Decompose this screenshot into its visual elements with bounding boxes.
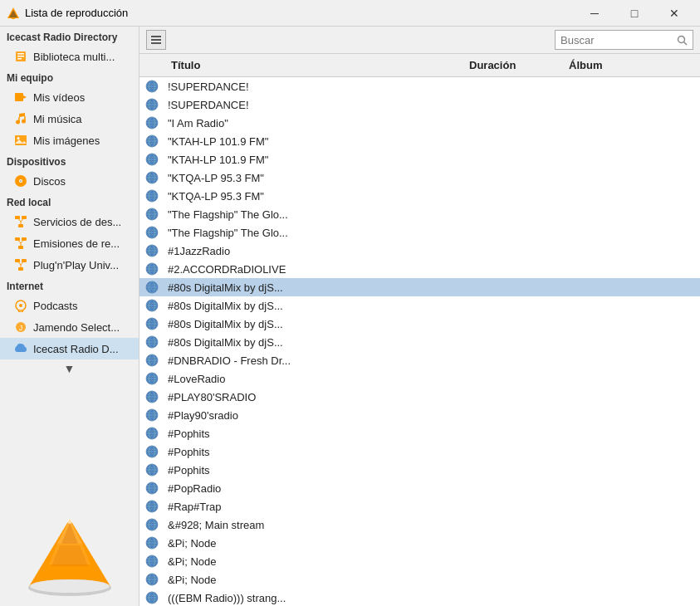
- row-icon-cell: [140, 408, 164, 422]
- globe-icon: [145, 189, 159, 203]
- sidebar-item-icecast[interactable]: Icecast Radio D...: [0, 338, 139, 359]
- table-row[interactable]: #80s DigitalMix by djS...: [140, 278, 700, 296]
- table-row[interactable]: &Pi; Node: [140, 552, 700, 570]
- svg-point-14: [17, 137, 20, 139]
- svg-point-38: [19, 304, 22, 307]
- vlc-logo-area: [0, 506, 139, 606]
- globe-icon: [145, 427, 159, 440]
- row-icon-cell: [140, 171, 164, 184]
- table-row[interactable]: #1JazzRadio: [140, 242, 700, 260]
- sidebar: Icecast Radio Directory Biblioteca multi…: [0, 27, 140, 606]
- table-row[interactable]: "KTAH-LP 101.9 FM": [140, 132, 700, 150]
- globe-icon: [145, 445, 159, 458]
- table-row[interactable]: #80s DigitalMix by djS...: [140, 315, 700, 333]
- minimize-button[interactable]: ─: [575, 0, 614, 27]
- sidebar-item-podcasts[interactable]: Podcasts: [0, 295, 139, 316]
- row-title: #80s DigitalMix by djS...: [164, 318, 476, 330]
- table-row[interactable]: #2.ACCORDRaDIOLIVE: [140, 260, 700, 278]
- globe-icon: [145, 80, 159, 93]
- row-title: &#928; Main stream: [164, 519, 476, 531]
- table-row[interactable]: #LoveRadio: [140, 369, 700, 388]
- sidebar-item-jamendo[interactable]: J Jamendo Select...: [0, 316, 139, 338]
- sidebar-content: Icecast Radio Directory Biblioteca multi…: [0, 27, 139, 506]
- sidebar-label-discos: Discos: [33, 175, 66, 188]
- table-row[interactable]: &Pi; Node: [140, 534, 700, 552]
- globe-icon: [145, 481, 159, 495]
- globe-icon: [145, 354, 159, 367]
- table-row[interactable]: !SUPERDANCE!: [140, 95, 700, 114]
- table-row[interactable]: #80s DigitalMix by djS...: [140, 333, 700, 351]
- sidebar-item-mimusica[interactable]: Mi música: [0, 108, 139, 130]
- svg-rect-21: [18, 224, 23, 227]
- table-row[interactable]: #Pophits: [140, 442, 700, 461]
- table-row[interactable]: "KTAH-LP 101.9 FM": [140, 150, 700, 169]
- table-row[interactable]: #Pophits: [140, 461, 700, 479]
- table-row[interactable]: #Play90'sradio: [140, 406, 700, 424]
- table-body: !SUPERDANCE! !SUPERDANCE! "I Am Radio" "…: [140, 77, 700, 606]
- network-icon-2: [13, 236, 28, 251]
- table-row[interactable]: "KTQA-LP 95.3 FM": [140, 169, 700, 187]
- table-row[interactable]: (((EBM Radio))) strang...: [140, 589, 700, 606]
- table-row[interactable]: &Pi; Node: [140, 570, 700, 589]
- globe-icon: [145, 244, 159, 257]
- sidebar-item-biblioteca[interactable]: Biblioteca multi...: [0, 46, 139, 67]
- maximize-button[interactable]: □: [615, 0, 653, 27]
- sidebar-item-discos[interactable]: Discos: [0, 170, 139, 192]
- table-row[interactable]: "KTQA-LP 95.3 FM": [140, 187, 700, 205]
- row-icon-cell: [140, 116, 164, 130]
- svg-point-47: [30, 579, 110, 593]
- globe-icon: [145, 408, 159, 422]
- table-row[interactable]: !SUPERDANCE!: [140, 77, 700, 95]
- globe-icon: [145, 591, 159, 604]
- sidebar-item-emisiones[interactable]: Emisiones de re...: [0, 232, 139, 254]
- globe-icon: [145, 262, 159, 276]
- row-title: #Pophits: [164, 446, 476, 458]
- podcast-icon: [13, 298, 28, 313]
- svg-point-48: [67, 519, 72, 524]
- sidebar-item-servicios[interactable]: Servicios de des...: [0, 211, 139, 232]
- content-topbar: [140, 27, 700, 54]
- svg-rect-33: [18, 267, 23, 271]
- row-title: "KTAH-LP 101.9 FM": [164, 154, 476, 166]
- table-row[interactable]: "The Flagship" The Glo...: [140, 223, 700, 242]
- row-title: #Play90'sradio: [164, 409, 476, 422]
- row-title: #LoveRadio: [164, 373, 476, 385]
- network-icon-3: [13, 257, 28, 272]
- scroll-down-button[interactable]: ▼: [64, 361, 76, 376]
- sidebar-label-jamendo: Jamendo Select...: [33, 321, 120, 334]
- col-header-titulo: Título: [164, 57, 463, 73]
- table-row[interactable]: #Pophits: [140, 424, 700, 442]
- col-header-scroll: [687, 57, 700, 73]
- table-row[interactable]: &#928; Main stream: [140, 516, 700, 534]
- table-row[interactable]: #Rap#Trap: [140, 497, 700, 516]
- icecast-icon: [13, 341, 28, 356]
- row-title: #PopRadio: [164, 482, 476, 495]
- globe-icon: [145, 299, 159, 312]
- svg-rect-51: [151, 42, 161, 44]
- row-icon-cell: [140, 153, 164, 166]
- network-icon-1: [13, 214, 28, 229]
- sidebar-item-misvideos[interactable]: Mis vídeos: [0, 86, 139, 108]
- table-row[interactable]: "The Flagship" The Glo...: [140, 205, 700, 223]
- row-icon-cell: [140, 390, 164, 403]
- svg-rect-2: [12, 17, 15, 19]
- row-title: !SUPERDANCE!: [164, 81, 476, 93]
- sidebar-item-plugnplay[interactable]: Plug'n'Play Univ...: [0, 254, 139, 276]
- row-icon-cell: [140, 189, 164, 203]
- table-row[interactable]: "I Am Radio": [140, 114, 700, 132]
- globe-icon: [145, 98, 159, 111]
- sidebar-item-misimag[interactable]: Mis imágenes: [0, 130, 139, 151]
- table-row[interactable]: #PLAY80'SRADIO: [140, 388, 700, 406]
- sidebar-label-servicios: Servicios de des...: [33, 216, 121, 228]
- row-title: &Pi; Node: [164, 574, 476, 586]
- row-title: #80s DigitalMix by djS...: [164, 336, 476, 349]
- table-row[interactable]: #PopRadio: [140, 479, 700, 497]
- search-input[interactable]: [560, 34, 677, 46]
- svg-text:J: J: [19, 324, 23, 332]
- close-button[interactable]: ✕: [655, 0, 693, 27]
- app-icon: [7, 7, 20, 20]
- table-row[interactable]: #80s DigitalMix by djS...: [140, 296, 700, 315]
- list-view-button[interactable]: [146, 30, 166, 50]
- sidebar-label-misvideos: Mis vídeos: [33, 91, 85, 104]
- table-row[interactable]: #DNBRADIO - Fresh Dr...: [140, 351, 700, 369]
